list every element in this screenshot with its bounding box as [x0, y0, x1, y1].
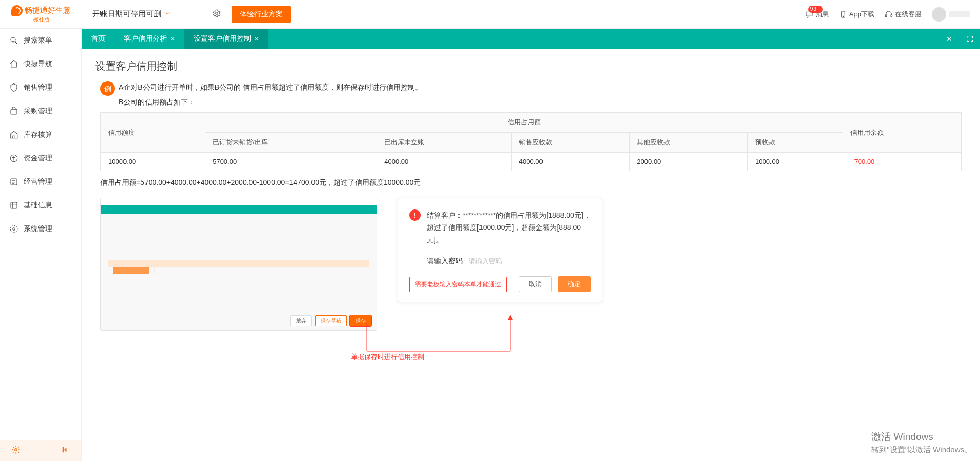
page-title: 设置客户信用控制: [82, 49, 980, 80]
sidebar-label: 经营管理: [24, 177, 52, 186]
online-support-link[interactable]: 在线客服: [885, 10, 922, 19]
svg-point-6: [11, 37, 15, 42]
credit-table: 信用额度 信用占用额 信用用余额 已订货未销货/出库 已出库未立账 销售应收款 …: [100, 112, 962, 171]
main-area: 首页 客户信用分析 ✕ 设置客户信用控制 ✕ ✕ 设置客户信用控制 例: [82, 29, 980, 461]
svg-point-13: [15, 449, 17, 451]
svg-point-12: [13, 228, 15, 230]
dialog-message: 结算客户：************的信用占用额为[1888.00元]，超过了信用…: [427, 209, 591, 246]
chevron-down-icon: ﹀: [164, 10, 171, 18]
username-placeholder: [949, 11, 970, 17]
sidebar-label: 系统管理: [24, 224, 52, 234]
footer-gear-icon[interactable]: [11, 445, 20, 456]
th-sub-3: 其他应收款: [630, 133, 748, 153]
app-download-link[interactable]: App下载: [839, 10, 874, 19]
industry-solution-button[interactable]: 体验行业方案: [232, 6, 291, 23]
formula-text: 信用占用额=5700.00+4000.00+4000.00+2000.00-10…: [100, 178, 962, 187]
cell-val-3: 2000.00: [630, 153, 748, 171]
mini-save-draft-button: 保存草稿: [315, 315, 347, 326]
mini-abandon-button: 放弃: [290, 315, 312, 326]
dialog-ok-button[interactable]: 确定: [558, 276, 591, 292]
account-period-dropdown[interactable]: 开账日期可停用可删 ﹀: [92, 9, 210, 19]
example-panel: 例 A企对B公司进行开单时，如果B公司的 信用占用额超过了信用额度，则在保存时进…: [95, 80, 967, 372]
logo-icon: [11, 5, 23, 16]
tab-credit-control-settings[interactable]: 设置客户信用控制 ✕: [184, 29, 268, 49]
sidebar-item-funds[interactable]: 资金管理: [0, 146, 81, 170]
tab-home[interactable]: 首页: [82, 29, 115, 49]
sidebar-item-purchase[interactable]: 采购管理: [0, 99, 81, 123]
sidebar-item-base[interactable]: 基础信息: [0, 194, 81, 217]
password-label: 请输入密码: [427, 257, 463, 266]
cell-val-4: 1000.00: [747, 153, 843, 171]
mini-save-button: 保存: [350, 315, 371, 326]
table-row: 10000.00 5700.00 4000.00 4000.00 2000.00…: [101, 153, 962, 171]
sidebar-label: 快捷导航: [24, 59, 52, 69]
sidebar-item-biz[interactable]: 经营管理: [0, 170, 81, 194]
cell-val-2: 4000.00: [511, 153, 630, 171]
svg-rect-4: [885, 14, 887, 16]
th-sub-4: 预收款: [747, 133, 843, 153]
sidebar-label: 资金管理: [24, 154, 52, 163]
credit-exceeded-dialog: ! 结算客户：************的信用占用额为[1888.00元]，超过了…: [398, 198, 602, 302]
content-scroll[interactable]: 设置客户信用控制 例 A企对B公司进行开单时，如果B公司的 信用占用额超过了信用…: [82, 49, 980, 461]
example-badge-icon: 例: [100, 81, 115, 96]
sidebar-label: 库存核算: [24, 130, 52, 139]
svg-point-11: [10, 225, 17, 233]
sidebar-item-sales[interactable]: 销售管理: [0, 76, 81, 99]
svg-rect-7: [11, 109, 17, 114]
sidebar-item-system[interactable]: 系统管理: [0, 217, 81, 241]
messages-link[interactable]: 消息 99 +: [805, 10, 829, 19]
sidebar-label: 采购管理: [24, 107, 52, 116]
logo-area: 畅捷通好生意 标准版: [0, 0, 82, 29]
tab-fullscreen-icon[interactable]: [960, 35, 980, 43]
order-entry-screenshot: 放弃 保存草稿 保存: [100, 198, 377, 331]
th-sub-0: 已订货未销货/出库: [205, 133, 377, 153]
sidebar-footer: [0, 440, 81, 461]
example-text: A企对B公司进行开单时，如果B公司的 信用占用额超过了信用额度，则在保存时进行信…: [119, 80, 422, 94]
dialog-note: 需要老板输入密码本单才能通过: [409, 277, 507, 292]
th-usage-group: 信用占用额: [205, 113, 843, 133]
illustration-row: 放弃 保存草稿 保存 ! 结算客户：************的信用占用额为[18…: [100, 198, 962, 331]
sidebar: 搜索菜单 快捷导航 销售管理 采购管理 库存核算 资金管理 经营管理 基础信息: [0, 29, 82, 461]
svg-point-0: [216, 12, 218, 14]
svg-rect-14: [63, 447, 64, 453]
top-header: 畅捷通好生意 标准版 开账日期可停用可删 ﹀ 体验行业方案 消息 99 + Ap…: [0, 0, 980, 29]
svg-point-3: [843, 16, 843, 16]
svg-rect-5: [891, 14, 892, 16]
tabstrip: 首页 客户信用分析 ✕ 设置客户信用控制 ✕ ✕: [82, 29, 980, 49]
error-icon: !: [409, 209, 421, 221]
th-credit-limit: 信用额度: [101, 113, 205, 153]
sidebar-item-quicknav[interactable]: 快捷导航: [0, 52, 81, 76]
tab-label: 首页: [91, 34, 106, 44]
th-sub-2: 销售应收款: [511, 133, 630, 153]
th-balance: 信用用余额: [843, 113, 962, 153]
avatar-icon: [932, 7, 946, 22]
sidebar-label: 销售管理: [24, 83, 52, 92]
settings-gear-icon[interactable]: [212, 9, 221, 20]
sidebar-label: 搜索菜单: [24, 36, 52, 45]
online-support-label: 在线客服: [895, 10, 922, 19]
logo-text: 畅捷通好生意: [25, 6, 71, 15]
svg-rect-10: [11, 202, 17, 208]
logo-subtext: 标准版: [33, 16, 50, 24]
arrow-caption: 单据保存时进行信用控制: [249, 352, 526, 362]
user-menu[interactable]: [932, 7, 970, 22]
tab-close-all-icon[interactable]: ✕: [939, 35, 960, 43]
sidebar-label: 基础信息: [24, 201, 52, 210]
password-input[interactable]: [468, 255, 545, 267]
sidebar-item-search[interactable]: 搜索菜单: [0, 29, 81, 52]
tab-credit-analysis[interactable]: 客户信用分析 ✕: [115, 29, 184, 49]
close-icon[interactable]: ✕: [254, 35, 259, 43]
close-icon[interactable]: ✕: [170, 35, 175, 43]
cell-val-0: 5700.00: [205, 153, 377, 171]
tab-label: 客户信用分析: [124, 34, 167, 44]
account-period-label: 开账日期可停用可删: [92, 9, 161, 19]
th-sub-1: 已出库未立账: [377, 133, 511, 153]
app-download-label: App下载: [849, 10, 874, 19]
dialog-cancel-button[interactable]: 取消: [519, 276, 552, 292]
cell-val-1: 4000.00: [377, 153, 511, 171]
header-right: 消息 99 + App下载 在线客服: [805, 7, 980, 22]
messages-badge: 99 +: [808, 6, 823, 13]
tab-label: 设置客户信用控制: [194, 34, 251, 44]
footer-collapse-icon[interactable]: [61, 445, 70, 456]
sidebar-item-stock[interactable]: 库存核算: [0, 123, 81, 146]
